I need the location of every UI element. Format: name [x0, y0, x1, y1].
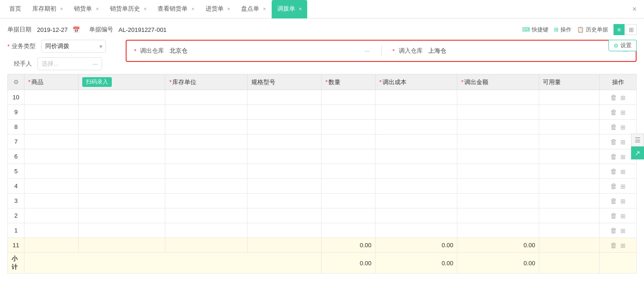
- calendar-icon[interactable]: 📅: [73, 26, 80, 33]
- delete-icon-7[interactable]: 🗑: [610, 138, 617, 146]
- close-tab-view-sales[interactable]: ×: [191, 6, 194, 12]
- row-amount-10[interactable]: [457, 90, 539, 105]
- row-qty-10[interactable]: [322, 90, 376, 105]
- tab-stocktake[interactable]: 盘点单 ×: [236, 0, 271, 18]
- close-tab-inventory-init[interactable]: ×: [60, 6, 63, 12]
- row-product-2[interactable]: [24, 208, 79, 223]
- row-spec-6[interactable]: [247, 149, 322, 164]
- tab-sales-history[interactable]: 销货单历史 ×: [104, 0, 152, 18]
- row-amount-2[interactable]: [457, 208, 539, 223]
- close-tab-transfer[interactable]: ×: [299, 6, 302, 12]
- row-amount-9[interactable]: [457, 105, 539, 120]
- row-product-4[interactable]: [24, 179, 79, 194]
- tab-inventory-init[interactable]: 库存期初 ×: [27, 0, 68, 18]
- subtotal-copy-icon[interactable]: ⊞: [620, 242, 626, 249]
- delete-icon-9[interactable]: 🗑: [610, 108, 617, 116]
- row-unit-2[interactable]: [165, 208, 247, 223]
- copy-icon-7[interactable]: ⊞: [620, 139, 626, 146]
- row-product-6[interactable]: [24, 149, 79, 164]
- row-cost-10[interactable]: [376, 90, 457, 105]
- row-spec-1[interactable]: [247, 223, 322, 238]
- row-spec-7[interactable]: [247, 134, 322, 149]
- copy-icon-10[interactable]: ⊞: [620, 94, 626, 101]
- copy-icon-2[interactable]: ⊞: [620, 213, 626, 220]
- close-tab-sales-history[interactable]: ×: [144, 6, 146, 12]
- row-spec-2[interactable]: [247, 208, 322, 223]
- sidebar-list-btn[interactable]: ☰: [631, 134, 644, 146]
- sidebar-export-btn[interactable]: ↗: [631, 146, 644, 159]
- row-spec-5[interactable]: [247, 164, 322, 179]
- row-product-9[interactable]: [24, 105, 79, 120]
- grid-view-btn[interactable]: ⊞: [626, 24, 637, 35]
- row-qty-7[interactable]: [322, 134, 376, 149]
- tab-home[interactable]: 首页: [4, 0, 27, 18]
- table-settings-icon[interactable]: ⚙: [13, 79, 19, 85]
- delete-icon-1[interactable]: 🗑: [610, 226, 617, 234]
- row-cost-1[interactable]: [376, 223, 457, 238]
- business-type-select[interactable]: 同价调拨 ▾: [41, 40, 106, 53]
- row-spec-10[interactable]: [247, 90, 322, 105]
- copy-icon-9[interactable]: ⊞: [620, 109, 626, 116]
- handler-select[interactable]: 选择... ···: [37, 57, 102, 70]
- copy-icon-1[interactable]: ⊞: [620, 227, 626, 234]
- row-amount-7[interactable]: [457, 134, 539, 149]
- delete-icon-6[interactable]: 🗑: [610, 153, 617, 160]
- row-spec-9[interactable]: [247, 105, 322, 120]
- scan-btn[interactable]: 扫码录入: [82, 77, 112, 87]
- row-amount-6[interactable]: [457, 149, 539, 164]
- handler-more-icon[interactable]: ···: [92, 60, 98, 67]
- shortcuts-btn[interactable]: ⌨ 快捷键: [522, 26, 548, 34]
- row-product-7[interactable]: [24, 134, 79, 149]
- delete-icon-5[interactable]: 🗑: [610, 167, 617, 175]
- copy-icon-3[interactable]: ⊞: [620, 198, 626, 205]
- warehouse-out-more-icon[interactable]: ···: [365, 47, 370, 55]
- delete-icon-8[interactable]: 🗑: [610, 123, 617, 131]
- row-unit-5[interactable]: [165, 164, 247, 179]
- row-cost-9[interactable]: [376, 105, 457, 120]
- row-qty-1[interactable]: [322, 223, 376, 238]
- row-unit-9[interactable]: [165, 105, 247, 120]
- tab-transfer[interactable]: 调拨单 ×: [272, 0, 307, 18]
- row-product-10[interactable]: [24, 90, 79, 105]
- row-cost-7[interactable]: [376, 134, 457, 149]
- copy-icon-6[interactable]: ⊞: [620, 153, 626, 160]
- copy-icon-4[interactable]: ⊞: [620, 183, 626, 190]
- row-cost-3[interactable]: [376, 194, 457, 208]
- row-unit-7[interactable]: [165, 134, 247, 149]
- copy-icon-8[interactable]: ⊞: [620, 124, 626, 131]
- subtotal-delete-icon[interactable]: 🗑: [610, 241, 617, 249]
- row-amount-5[interactable]: [457, 164, 539, 179]
- row-amount-8[interactable]: [457, 120, 539, 134]
- row-product-1[interactable]: [24, 223, 79, 238]
- tab-sales-order[interactable]: 销货单 ×: [68, 0, 104, 18]
- list-view-btn[interactable]: ≡: [614, 24, 625, 35]
- row-amount-1[interactable]: [457, 223, 539, 238]
- row-unit-1[interactable]: [165, 223, 247, 238]
- delete-icon-4[interactable]: 🗑: [610, 182, 617, 190]
- row-unit-10[interactable]: [165, 90, 247, 105]
- close-tab-purchase[interactable]: ×: [227, 6, 230, 12]
- row-qty-5[interactable]: [322, 164, 376, 179]
- row-qty-3[interactable]: [322, 194, 376, 208]
- row-unit-8[interactable]: [165, 120, 247, 134]
- row-product-8[interactable]: [24, 120, 79, 134]
- history-btn[interactable]: 📋 历史单据: [577, 26, 608, 34]
- close-all-tabs[interactable]: ×: [629, 5, 640, 13]
- row-unit-3[interactable]: [165, 194, 247, 208]
- row-product-5[interactable]: [24, 164, 79, 179]
- row-spec-8[interactable]: [247, 120, 322, 134]
- row-qty-4[interactable]: [322, 179, 376, 194]
- close-tab-sales-order[interactable]: ×: [96, 6, 98, 12]
- delete-icon-10[interactable]: 🗑: [610, 93, 617, 101]
- operations-btn[interactable]: ⊞ 操作: [554, 26, 571, 34]
- settings-button[interactable]: ⚙ 设置: [608, 40, 637, 51]
- row-cost-6[interactable]: [376, 149, 457, 164]
- row-qty-2[interactable]: [322, 208, 376, 223]
- row-cost-2[interactable]: [376, 208, 457, 223]
- row-unit-4[interactable]: [165, 179, 247, 194]
- row-cost-5[interactable]: [376, 164, 457, 179]
- row-spec-3[interactable]: [247, 194, 322, 208]
- row-qty-6[interactable]: [322, 149, 376, 164]
- copy-icon-5[interactable]: ⊞: [620, 168, 626, 175]
- row-cost-4[interactable]: [376, 179, 457, 194]
